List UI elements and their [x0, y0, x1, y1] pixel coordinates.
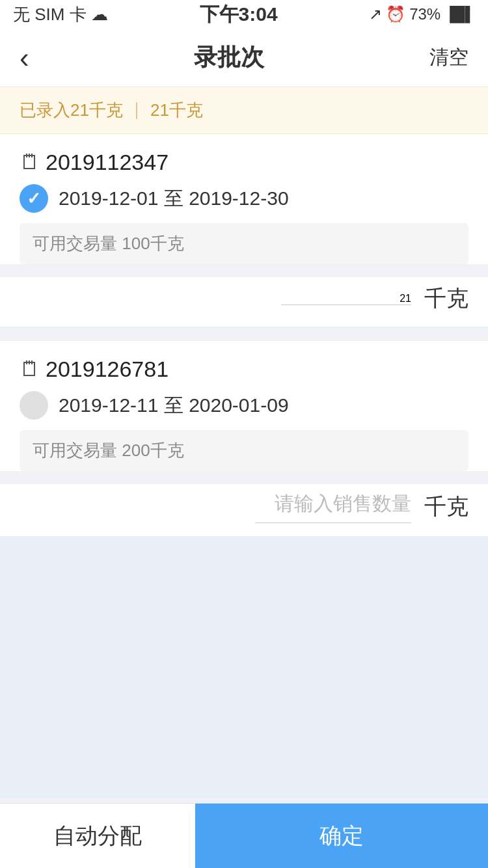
no-sim-text: 无 SIM 卡 ☁	[13, 3, 108, 26]
page-title: 录批次	[194, 42, 264, 74]
gray-area	[0, 537, 488, 798]
section-gap	[0, 328, 488, 341]
quantity-input-1[interactable]: 21	[281, 293, 411, 305]
batch-number-2: 2019126781	[46, 357, 169, 382]
confirm-button[interactable]: 确定	[195, 804, 488, 868]
nav-bar: ‹ 录批次 清空	[0, 29, 488, 87]
batch-doc-icon-1: 🗒	[20, 150, 40, 174]
location-icon: ↗	[369, 5, 382, 23]
batch-number-1: 2019112347	[46, 150, 169, 175]
batch-available-1: 可用交易量 100千克	[20, 223, 468, 264]
quantity-value-1: 21	[400, 293, 411, 304]
clear-button[interactable]: 清空	[429, 44, 468, 71]
quantity-input-2[interactable]: 请输入销售数量	[255, 491, 411, 523]
input-unit-2: 千克	[424, 492, 468, 522]
checkmark-icon-1: ✓	[27, 189, 41, 209]
batch-doc-icon-2: 🗒	[20, 357, 40, 381]
batch-item-2: 🗒 2019126781 2019-12-11 至 2020-01-09 可用交…	[0, 341, 488, 471]
alarm-icon: ⏰	[386, 5, 405, 23]
status-left: 无 SIM 卡 ☁	[13, 3, 108, 26]
batch-date-row-2: 2019-12-11 至 2020-01-09	[20, 391, 468, 420]
summary-label: 已录入21千克	[20, 99, 123, 122]
batch-checkbox-2[interactable]	[20, 391, 48, 420]
battery-icon: ▐█▌	[444, 6, 475, 23]
batch-date-row-1: ✓ 2019-12-01 至 2019-12-30	[20, 184, 468, 213]
batch-date-1: 2019-12-01 至 2019-12-30	[59, 185, 289, 212]
summary-divider	[136, 102, 137, 119]
quantity-unit-1: 千克	[424, 284, 468, 314]
batch-available-2: 可用交易量 200千克	[20, 430, 468, 471]
batch-header-2: 🗒 2019126781	[20, 357, 468, 382]
status-right: ↗ ⏰ 73% ▐█▌	[369, 5, 475, 23]
back-button[interactable]: ‹	[20, 44, 29, 72]
battery-text: 73%	[409, 5, 441, 23]
batch-checkbox-1[interactable]: ✓	[20, 184, 48, 213]
input-row-2: 请输入销售数量 千克	[0, 484, 488, 536]
batch-header-1: 🗒 2019112347	[20, 150, 468, 175]
batch-item-1: 🗒 2019112347 ✓ 2019-12-01 至 2019-12-30 可…	[0, 134, 488, 264]
quantity-row-1: 21 千克	[0, 277, 488, 327]
status-bar: 无 SIM 卡 ☁ 下午3:04 ↗ ⏰ 73% ▐█▌	[0, 0, 488, 29]
summary-value: 21千克	[150, 99, 203, 122]
bottom-bar: 自动分配 确定	[0, 803, 488, 868]
status-time: 下午3:04	[200, 1, 278, 28]
batch-date-2: 2019-12-11 至 2020-01-09	[59, 392, 289, 419]
auto-distribute-button[interactable]: 自动分配	[0, 804, 195, 868]
summary-bar: 已录入21千克 21千克	[0, 87, 488, 134]
